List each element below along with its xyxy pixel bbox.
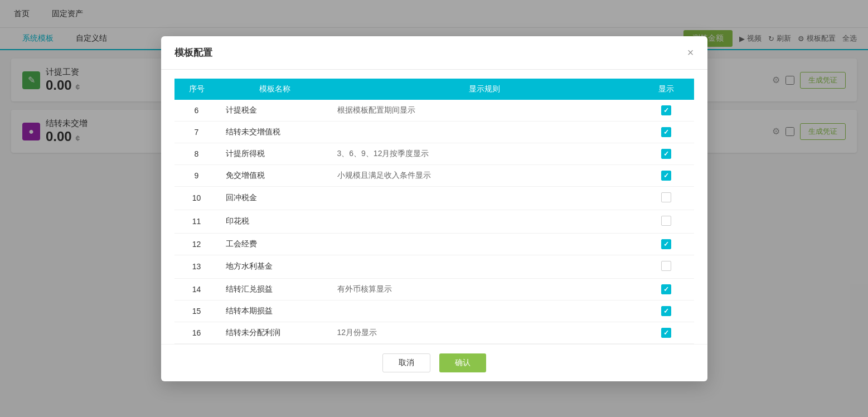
- cell-rule: 12月份显示: [331, 322, 638, 343]
- dialog-title: 模板配置: [174, 46, 212, 59]
- table-row: 11印花税: [174, 210, 694, 233]
- cell-checkbox[interactable]: [638, 278, 694, 300]
- cell-name: 结转本期损益: [219, 300, 331, 322]
- table-row: 10回冲税金: [174, 186, 694, 210]
- cell-seq: 13: [174, 255, 219, 278]
- cell-checkbox[interactable]: [638, 121, 694, 143]
- template-config-dialog: 模板配置 × 序号 模板名称 显示规则 显示 6计提税金根据模板配置期间显示7结…: [161, 36, 707, 381]
- modal-overlay: 模板配置 × 序号 模板名称 显示规则 显示 6计提税金根据模板配置期间显示7结…: [0, 0, 868, 417]
- cell-seq: 11: [174, 210, 219, 233]
- cell-rule: [331, 300, 638, 322]
- dialog-close-button[interactable]: ×: [687, 47, 694, 58]
- row-checkbox-10[interactable]: [661, 192, 671, 202]
- col-name: 模板名称: [219, 79, 331, 100]
- cell-rule: 小规模且满足收入条件显示: [331, 164, 638, 186]
- col-rule: 显示规则: [331, 79, 638, 100]
- cell-name: 结转汇兑损益: [219, 278, 331, 300]
- cell-checkbox[interactable]: [638, 255, 694, 278]
- row-checkbox-14[interactable]: [661, 284, 671, 294]
- row-checkbox-16[interactable]: [661, 328, 671, 338]
- row-checkbox-13[interactable]: [661, 261, 671, 271]
- cell-rule: 3、6、9、12月按季度显示: [331, 143, 638, 164]
- cell-checkbox[interactable]: [638, 300, 694, 322]
- table-row: 7结转未交增值税: [174, 121, 694, 143]
- cell-name: 工会经费: [219, 233, 331, 255]
- table-row: 16结转未分配利润12月份显示: [174, 322, 694, 343]
- dialog-header: 模板配置 ×: [161, 36, 707, 70]
- table-row: 9免交增值税小规模且满足收入条件显示: [174, 164, 694, 186]
- row-checkbox-7[interactable]: [661, 127, 671, 137]
- cell-name: 计提税金: [219, 100, 331, 122]
- cell-name: 回冲税金: [219, 186, 331, 210]
- dialog-footer: 取消 确认: [161, 344, 707, 381]
- cell-checkbox[interactable]: [638, 233, 694, 255]
- cell-seq: 12: [174, 233, 219, 255]
- cell-seq: 15: [174, 300, 219, 322]
- cell-name: 免交增值税: [219, 164, 331, 186]
- cell-checkbox[interactable]: [638, 164, 694, 186]
- cell-name: 结转未分配利润: [219, 322, 331, 343]
- row-checkbox-8[interactable]: [661, 149, 671, 159]
- table-row: 6计提税金根据模板配置期间显示: [174, 100, 694, 122]
- cell-rule: [331, 121, 638, 143]
- table-row: 8计提所得税3、6、9、12月按季度显示: [174, 143, 694, 164]
- cell-seq: 7: [174, 121, 219, 143]
- row-checkbox-15[interactable]: [661, 306, 671, 316]
- cancel-button[interactable]: 取消: [382, 353, 430, 372]
- cell-checkbox[interactable]: [638, 186, 694, 210]
- cell-rule: 根据模板配置期间显示: [331, 100, 638, 122]
- row-checkbox-9[interactable]: [661, 171, 671, 181]
- cell-checkbox[interactable]: [638, 100, 694, 122]
- cell-seq: 10: [174, 186, 219, 210]
- row-checkbox-12[interactable]: [661, 239, 671, 249]
- cell-rule: [331, 233, 638, 255]
- row-checkbox-6[interactable]: [661, 105, 671, 115]
- table-row: 15结转本期损益: [174, 300, 694, 322]
- table-row: 13地方水利基金: [174, 255, 694, 278]
- cell-rule: [331, 255, 638, 278]
- table-header-row: 序号 模板名称 显示规则 显示: [174, 79, 694, 100]
- cell-seq: 8: [174, 143, 219, 164]
- confirm-button[interactable]: 确认: [439, 353, 486, 372]
- row-checkbox-11[interactable]: [661, 216, 671, 226]
- col-display: 显示: [638, 79, 694, 100]
- cell-checkbox[interactable]: [638, 322, 694, 343]
- table-row: 14结转汇兑损益有外币核算显示: [174, 278, 694, 300]
- cell-seq: 14: [174, 278, 219, 300]
- cell-name: 地方水利基金: [219, 255, 331, 278]
- cell-name: 结转未交增值税: [219, 121, 331, 143]
- cell-seq: 16: [174, 322, 219, 343]
- table-row: 12工会经费: [174, 233, 694, 255]
- cell-checkbox[interactable]: [638, 143, 694, 164]
- cell-seq: 6: [174, 100, 219, 122]
- cell-name: 印花税: [219, 210, 331, 233]
- config-table: 序号 模板名称 显示规则 显示 6计提税金根据模板配置期间显示7结转未交增值税8…: [174, 79, 694, 344]
- cell-rule: [331, 186, 638, 210]
- cell-name: 计提所得税: [219, 143, 331, 164]
- cell-rule: 有外币核算显示: [331, 278, 638, 300]
- col-seq: 序号: [174, 79, 219, 100]
- cell-seq: 9: [174, 164, 219, 186]
- dialog-body: 序号 模板名称 显示规则 显示 6计提税金根据模板配置期间显示7结转未交增值税8…: [161, 70, 707, 344]
- cell-rule: [331, 210, 638, 233]
- cell-checkbox[interactable]: [638, 210, 694, 233]
